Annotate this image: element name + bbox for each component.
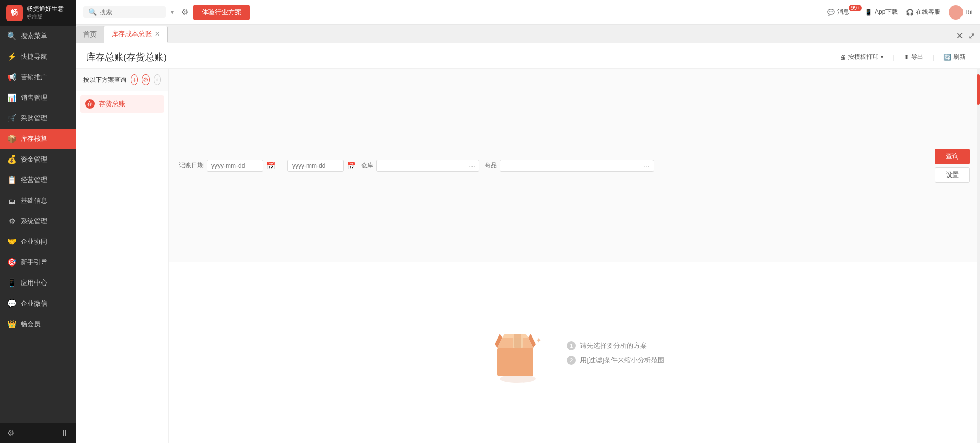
filter-collapse-button[interactable]: ‹ xyxy=(154,74,161,85)
user-avatar xyxy=(949,5,963,20)
empty-hints: 1 请先选择要分析的方案 2 用[过滤]条件来缩小分析范围 xyxy=(567,341,664,365)
tab-home[interactable]: 首页 xyxy=(76,26,104,43)
topbar: 🔍 ▾ ⚙ 体验行业方案 💬 消息 99+ 📱 App下载 🎧 在线客服 Rit xyxy=(76,0,980,25)
hint-1-text: 请先选择要分析的方案 xyxy=(580,341,647,350)
warehouse-label: 仓库 xyxy=(361,161,373,170)
refresh-btn[interactable]: 🔄 刷新 xyxy=(939,50,970,63)
query-button[interactable]: 查询 xyxy=(935,149,970,164)
filter-add-button[interactable]: + xyxy=(131,74,138,85)
sidebar-item-enterprise[interactable]: 🤝 企业协同 xyxy=(0,232,76,252)
empty-state: ✦ · 1 请先选择要分析的方案 2 用[过滤]条件来缩小分析范围 xyxy=(169,262,980,443)
export-btn[interactable]: ⬆ 导出 xyxy=(900,50,928,63)
app-download-item[interactable]: 📱 App下载 xyxy=(865,8,898,16)
sidebar-item-finance[interactable]: 💰 资金管理 xyxy=(0,149,76,170)
tab-close-icon[interactable]: ✕ xyxy=(155,30,160,38)
enterprise-icon: 🤝 xyxy=(7,237,16,246)
sidebar-item-wechat[interactable]: 💬 企业微信 xyxy=(0,293,76,314)
step-2-badge: 2 xyxy=(567,356,576,365)
sidebar: 畅 畅捷通好生意 标准版 🔍 搜索菜单 ⚡ 快捷导航 📢 营销推广 📊 销售管理… xyxy=(0,0,76,443)
sidebar-item-vip[interactable]: 👑 畅会员 xyxy=(0,314,76,334)
user-avatar-item[interactable]: Rit xyxy=(949,5,973,20)
topbar-right: 💬 消息 99+ 📱 App下载 🎧 在线客服 Rit xyxy=(827,5,973,20)
sidebar-item-appcenter[interactable]: 📱 应用中心 xyxy=(0,273,76,293)
goods-select-wrapper[interactable]: ··· xyxy=(500,160,654,172)
search-conditions: 记账日期 📅 — 📅 仓库 ··· xyxy=(169,69,980,262)
sidebar-item-label: 营销推广 xyxy=(21,73,47,82)
vip-icon: 👑 xyxy=(7,320,16,329)
sidebar-item-label: 系统管理 xyxy=(21,217,47,226)
toggle-sidebar-icon[interactable]: ⏸ xyxy=(61,429,69,438)
goods-input[interactable] xyxy=(500,160,654,172)
close-x-button[interactable]: ✕ xyxy=(954,29,965,43)
logo-text: 畅捷通好生意 xyxy=(27,5,64,13)
sidebar-item-operations[interactable]: 📋 经营管理 xyxy=(0,170,76,190)
settings-button[interactable]: 设置 xyxy=(935,167,970,183)
messages-label: 消息 xyxy=(837,8,849,16)
date-separator: — xyxy=(278,162,284,169)
date-start-input[interactable] xyxy=(207,160,263,172)
sidebar-item-shortcut[interactable]: ⚡ 快捷导航 xyxy=(0,46,76,67)
warehouse-select-wrapper[interactable]: ··· xyxy=(376,160,479,172)
filter-scheme-button[interactable]: ⚙ xyxy=(142,74,149,85)
goods-condition-group: 商品 ··· xyxy=(484,160,654,172)
system-icon: ⚙ xyxy=(7,217,16,226)
calendar-start-icon[interactable]: 📅 xyxy=(266,162,275,170)
industry-btn[interactable]: 体验行业方案 xyxy=(193,5,250,20)
home-tab-label: 首页 xyxy=(83,30,97,39)
guide-icon: 🎯 xyxy=(7,258,16,267)
sidebar-logo: 畅 畅捷通好生意 标准版 xyxy=(0,0,76,26)
print-btn[interactable]: 🖨 按模板打印 ▾ xyxy=(836,50,887,63)
right-panel: 记账日期 📅 — 📅 仓库 ··· xyxy=(169,69,980,443)
topbar-gear-icon[interactable]: ⚙ xyxy=(181,7,188,17)
print-chevron-icon[interactable]: ▾ xyxy=(881,54,883,60)
topbar-chevron-icon[interactable]: ▾ xyxy=(171,9,174,16)
sidebar-item-guide[interactable]: 🎯 新手引导 xyxy=(0,252,76,273)
right-scrollbar[interactable] xyxy=(977,69,980,443)
sidebar-item-label: 销售管理 xyxy=(21,93,47,102)
topbar-search-box[interactable]: 🔍 xyxy=(83,6,166,18)
inventory-ledger-tab-label: 库存成本总账 xyxy=(112,29,152,39)
warehouse-input[interactable] xyxy=(376,160,479,172)
sidebar-item-marketing[interactable]: 📢 营销推广 xyxy=(0,67,76,87)
sidebar-item-label: 新手引导 xyxy=(21,258,47,267)
scheme-icon: 存 xyxy=(85,99,95,109)
sidebar-item-label: 企业协同 xyxy=(21,237,47,246)
scrollbar-thumb[interactable] xyxy=(977,74,980,105)
svg-rect-7 xyxy=(514,334,521,348)
online-service-item[interactable]: 🎧 在线客服 xyxy=(906,8,940,16)
scheme-item-inventory-total[interactable]: 存 存货总账 xyxy=(80,95,164,113)
page-header-actions: 🖨 按模板打印 ▾ | ⬆ 导出 | 🔄 刷新 xyxy=(836,50,970,63)
sidebar-item-search[interactable]: 🔍 搜索菜单 xyxy=(0,26,76,46)
svg-text:·: · xyxy=(492,361,494,367)
refresh-icon: 🔄 xyxy=(943,54,951,61)
settings-footer-icon[interactable]: ⚙ xyxy=(7,428,14,438)
step-1-badge: 1 xyxy=(567,341,576,350)
sidebar-item-label: 快捷导航 xyxy=(21,52,47,61)
sidebar-item-label: 资金管理 xyxy=(21,155,47,164)
online-service-label: 在线客服 xyxy=(916,8,940,16)
inventory-icon: 📦 xyxy=(7,134,16,144)
sidebar-item-basic[interactable]: 🗂 基础信息 xyxy=(0,190,76,211)
svg-text:✦: ✦ xyxy=(536,336,542,344)
sidebar-scroll: 🔍 搜索菜单 ⚡ 快捷导航 📢 营销推广 📊 销售管理 🛒 采购管理 📦 库存核… xyxy=(0,26,76,423)
tab-inventory-ledger[interactable]: 库存成本总账 ✕ xyxy=(104,26,168,43)
search-input[interactable] xyxy=(100,9,151,16)
sidebar-item-system[interactable]: ⚙ 系统管理 xyxy=(0,211,76,232)
date-end-input[interactable] xyxy=(287,160,344,172)
expand-button[interactable]: ⤢ xyxy=(968,31,975,41)
sidebar-item-label: 应用中心 xyxy=(21,278,47,288)
scheme-label: 存货总账 xyxy=(99,99,125,109)
print-label: 按模板打印 xyxy=(848,52,879,61)
logo-badge: 标准版 xyxy=(27,13,64,21)
messages-item[interactable]: 💬 消息 99+ xyxy=(827,8,857,16)
sidebar-item-sales[interactable]: 📊 销售管理 xyxy=(0,87,76,108)
sidebar-item-purchase[interactable]: 🛒 采购管理 xyxy=(0,108,76,129)
print-icon: 🖨 xyxy=(840,54,846,61)
page-content: 库存总账(存货总账) 🖨 按模板打印 ▾ | ⬆ 导出 | 🔄 刷新 xyxy=(76,43,980,443)
sidebar-item-inventory[interactable]: 📦 库存核算 xyxy=(0,129,76,149)
calendar-end-icon[interactable]: 📅 xyxy=(347,162,356,170)
sidebar-item-label: 企业微信 xyxy=(21,299,47,308)
page-title: 库存总账(存货总账) xyxy=(86,51,167,63)
main-area: 🔍 ▾ ⚙ 体验行业方案 💬 消息 99+ 📱 App下载 🎧 在线客服 Rit xyxy=(76,0,980,443)
appcenter-icon: 📱 xyxy=(7,278,16,288)
